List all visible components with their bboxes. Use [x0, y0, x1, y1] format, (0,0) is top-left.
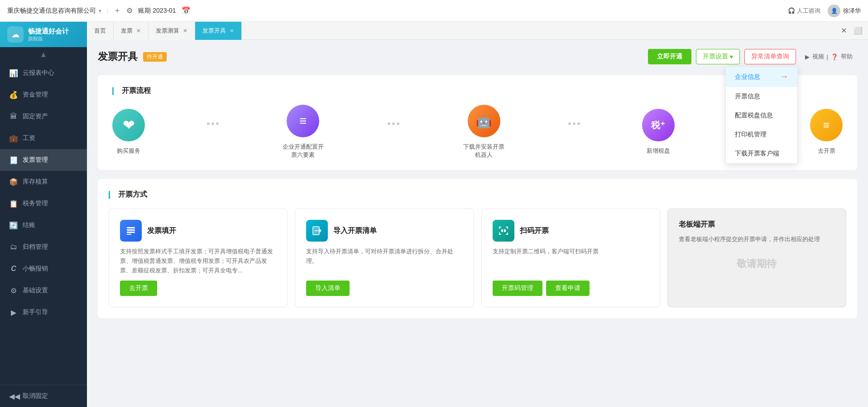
logo-icon: ☁: [7, 26, 24, 43]
company-name: 重庆畅捷交通信息咨询有限公司: [7, 7, 96, 15]
sidebar-item-unpin[interactable]: ◀◀ 取消固定: [0, 385, 87, 407]
tab-bar: 首页 发票 ✕ 发票测算 ✕ 发票开具 ✕ ✕ ⬜: [87, 22, 868, 40]
sidebar-logo: ☁ 畅捷通好会计 旗舰版: [0, 22, 87, 47]
import-card-btn-area: 导入清单: [306, 281, 350, 296]
sidebar-item-basic-settings[interactable]: ⚙ 基础设置: [0, 280, 87, 301]
scroll-up-indicator[interactable]: ▲: [0, 47, 87, 62]
configure-icon: ≡: [287, 105, 319, 137]
sidebar-item-salary[interactable]: 💼 工资: [0, 127, 87, 149]
capital-icon: 💰: [9, 91, 18, 99]
period-label: 账期 2023-01: [138, 7, 176, 15]
import-list-button[interactable]: 导入清单: [306, 281, 350, 296]
process-step-tax-disk: 税⁺ 新增税盘: [642, 109, 675, 155]
svg-rect-6: [504, 229, 506, 232]
page-header-actions: 立即开通 开票设置 ▾ 异常清单查询 ▶ 视频 | ❓ 帮助: [648, 49, 857, 64]
tab-home[interactable]: 首页: [87, 22, 114, 40]
maximize-tab-button[interactable]: ⬜: [852, 24, 864, 37]
sidebar-item-archive[interactable]: 🗂 归档管理: [0, 236, 87, 258]
content-area: 首页 发票 ✕ 发票测算 ✕ 发票开具 ✕ ✕ ⬜ 发票开具: [87, 22, 868, 407]
sidebar-item-capital[interactable]: 💰 资金管理: [0, 84, 87, 106]
close-tab-button[interactable]: ✕: [837, 24, 850, 37]
sidebar-item-guide[interactable]: ▶ 新手引导: [0, 301, 87, 323]
dropdown-item-company-info[interactable]: 企业信息 →: [726, 67, 797, 87]
top-bar: 重庆畅捷交通信息咨询有限公司 ▾ | ＋ ⚙ 账期 2023-01 📅 🎧 人工…: [0, 0, 868, 22]
fill-invoice-icon: [120, 220, 142, 242]
settings-icon[interactable]: ⚙: [126, 6, 133, 15]
tax-disk-label: 新增税盘: [647, 147, 670, 155]
sidebar-item-invoice[interactable]: 🧾 发票管理: [0, 149, 87, 171]
billing-cards: 发票填开 支持按照发票样式手工填开发票；可开具增值税电子普通发票、增值税普通发票…: [109, 208, 846, 307]
fill-card-header: 发票填开: [120, 220, 276, 242]
main-layout: ☁ 畅捷通好会计 旗舰版 ▲ 📊 云报表中心 💰 资金管理 🏛 固定资产 💼 工…: [0, 22, 868, 407]
download-robot-icon: 🤖: [468, 105, 500, 137]
billing-card-boss: 老板端开票 查看老板端小程序提交的开票申请，并作出相应的处理 敬请期待: [667, 208, 846, 307]
connector-2: [326, 122, 461, 125]
cloud-report-icon: 📊: [9, 69, 18, 78]
tab-close-invoice[interactable]: ✕: [136, 28, 141, 34]
company-selector[interactable]: 重庆畅捷交通信息咨询有限公司 ▾: [7, 7, 101, 15]
add-icon[interactable]: ＋: [114, 6, 121, 15]
fill-card-desc: 支持按照发票样式手工填开发票；可开具增值税电子普通发票、增值税普通发票、增值税专…: [120, 247, 276, 275]
svg-rect-3: [127, 234, 131, 235]
dropdown-item-printer-mgmt[interactable]: 打印机管理: [726, 125, 797, 144]
sidebar-bottom: ◀◀ 取消固定: [0, 385, 87, 407]
status-badge: 待开通: [143, 52, 167, 62]
play-icon: ▶: [805, 53, 810, 60]
red-arrow-icon: →: [780, 72, 788, 82]
issue-invoice-icon: ≡: [810, 109, 843, 141]
chevron-down-icon: ▾: [730, 53, 733, 60]
tab-invoice-test[interactable]: 发票测算 ✕: [149, 22, 195, 40]
boss-card-desc: 查看老板端小程序提交的开票申请，并作出相应的处理: [679, 235, 835, 244]
invoice-icon: 🧾: [9, 156, 18, 165]
view-application-button[interactable]: 查看申请: [546, 281, 590, 296]
abnormal-button[interactable]: 异常清单查询: [744, 49, 796, 64]
separator: |: [107, 7, 108, 14]
process-step-buy: ❤ 购买服务: [112, 109, 145, 155]
sidebar-item-report-sales[interactable]: C 小畅报销: [0, 258, 87, 280]
page-title: 发票开具: [98, 50, 138, 63]
report-sales-icon: C: [9, 265, 18, 273]
import-card-title: 导入开票清单: [333, 226, 377, 236]
sidebar-item-tax[interactable]: 📋 税务管理: [0, 193, 87, 214]
inventory-icon: 📦: [9, 178, 18, 186]
guide-icon: ▶: [9, 308, 18, 317]
unpin-icon: ◀◀: [9, 392, 18, 401]
tab-invoice-issue[interactable]: 发票开具 ✕: [195, 22, 242, 40]
dropdown-item-tax-disk-info[interactable]: 配置税盘信息: [726, 106, 797, 125]
go-invoice-button[interactable]: 去开票: [120, 281, 157, 296]
qr-code-manage-button[interactable]: 开票码管理: [493, 281, 542, 296]
help-button[interactable]: ▶ 视频 | ❓ 帮助: [801, 49, 857, 64]
fill-card-btn-area: 去开票: [120, 281, 157, 296]
tab-invoice-list[interactable]: 发票 ✕: [114, 22, 149, 40]
settings-button[interactable]: 开票设置 ▾: [696, 49, 740, 64]
user-info[interactable]: 👤 徐泽华: [828, 5, 861, 17]
import-invoice-icon: [306, 220, 328, 242]
tab-close-invoice-issue[interactable]: ✕: [230, 28, 234, 34]
boss-card-header: 老板端开票: [679, 220, 835, 229]
service-button[interactable]: 🎧 人工咨询: [788, 7, 820, 15]
sidebar-item-settlement[interactable]: 🔄 结账: [0, 214, 87, 236]
process-step-issue: ≡ 去开票: [810, 109, 843, 155]
buy-service-label: 购买服务: [117, 147, 140, 155]
archive-icon: 🗂: [9, 243, 18, 251]
top-bar-right: 🎧 人工咨询 👤 徐泽华: [788, 5, 861, 17]
billing-card-import: 导入开票清单 支持导入待开票清单，可对待开票清单进行拆分、合并处理。 导入清单: [295, 208, 474, 307]
calendar-icon[interactable]: 📅: [182, 6, 191, 15]
tab-close-invoice-test[interactable]: ✕: [183, 28, 187, 34]
billing-section-title: 开票方式: [109, 190, 846, 199]
scan-invoice-icon: [493, 220, 514, 242]
dropdown-item-invoice-info[interactable]: 开票信息: [726, 87, 797, 106]
tax-icon: 📋: [9, 199, 18, 208]
activate-button[interactable]: 立即开通: [648, 49, 691, 64]
avatar: 👤: [828, 5, 840, 17]
sidebar-item-inventory[interactable]: 📦 库存核算: [0, 171, 87, 193]
svg-rect-0: [127, 227, 135, 228]
sidebar-item-cloud-report[interactable]: 📊 云报表中心: [0, 62, 87, 84]
scan-card-header: 扫码开票: [493, 220, 649, 242]
sidebar-item-fixed-assets[interactable]: 🏛 固定资产: [0, 106, 87, 127]
process-step-configure: ≡ 企业开通配置开票六要素: [280, 105, 326, 159]
salary-icon: 💼: [9, 134, 18, 143]
scan-card-btn-area: 开票码管理 查看申请: [493, 281, 590, 296]
dropdown-item-download-client[interactable]: 下载开票客户端: [726, 144, 797, 163]
import-card-desc: 支持导入待开票清单，可对待开票清单进行拆分、合并处理。: [306, 247, 462, 266]
